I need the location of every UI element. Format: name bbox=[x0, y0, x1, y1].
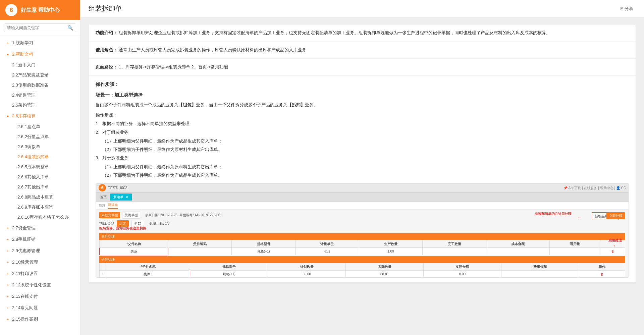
plus-icon-cases: + bbox=[5, 317, 10, 322]
share-button[interactable]: ⎘ 分享 bbox=[618, 4, 636, 13]
sidebar-header: 6 好生意 帮助中心 bbox=[0, 0, 80, 20]
sidebar-item-inventory[interactable]: ● 2.6库存核算 bbox=[0, 110, 80, 122]
steps-block: 操作步骤： 场景一：加工类型选择 当由多个子件材料组装成一个成品的业务为【组装】… bbox=[89, 76, 636, 282]
mock-btn-cancel: 关闭单据 bbox=[122, 212, 140, 219]
path-text: 1、库存核算->库存管理->组装拆卸单 2、首页->常用功能 bbox=[119, 64, 228, 69]
annotation-arrow-3: ↑ bbox=[613, 242, 615, 249]
plus-icon-custom: + bbox=[5, 283, 10, 287]
scenario1-desc: 当由多个子件材料组装成一个成品的业务为【组装】业务，当由一个父件拆分成多个子产品… bbox=[96, 101, 629, 109]
sidebar-item-other-in[interactable]: 2.6.6其他入库单 bbox=[0, 172, 80, 182]
role-block: 使用角色： 通常由生产人员或库管人员完成拆装业务的操作，库管人员确认原材料的出库… bbox=[89, 42, 636, 59]
sidebar-item-data-prep[interactable]: 2.3使用前数据准备 bbox=[0, 80, 80, 90]
sidebar-item-stock-query[interactable]: 2.6.9库存账本查询 bbox=[0, 202, 80, 212]
sidebar-item-purchase[interactable]: 2.5采购管理 bbox=[0, 100, 80, 110]
sidebar-item-goods-cost[interactable]: 2.6.8商品成本重算 bbox=[0, 192, 80, 202]
step2-sub2: （2）下部明细为子件明细，最终作为原材料生成其它出库单。 bbox=[102, 146, 629, 153]
path-label: 页面路径： bbox=[96, 64, 117, 69]
steps-title: 操作步骤： bbox=[96, 80, 629, 89]
minus-icon-inv: ● bbox=[5, 114, 10, 118]
intro-block: 功能介绍： 组装拆卸单用来处理企业组装或拆卸等加工业务，支持有固定装配清单的产品… bbox=[89, 24, 636, 42]
mock-nav-home: 自营 bbox=[99, 203, 105, 208]
sidebar-item-coupon[interactable]: + 2.9优惠券管理 bbox=[0, 245, 80, 257]
annotation-arrow-2: ↑ bbox=[119, 223, 121, 229]
search-wrap[interactable]: 🔍 bbox=[4, 23, 76, 32]
mock-tab-home: 首页 bbox=[98, 193, 109, 201]
sidebar-item-custom[interactable]: + 2.12系统个性化设置 bbox=[0, 279, 80, 291]
logo-icon: 6 bbox=[5, 4, 17, 16]
role-text: 通常由生产人员或库管人员完成拆装业务的操作，库管人员确认原材料的出库和产成品的入… bbox=[119, 47, 306, 52]
step3-sub1: （1）上部明细为父件明细，最终作为原材料生成其它出库单； bbox=[102, 163, 629, 171]
sidebar-item-stock-count[interactable]: 2.6.1盘点单 bbox=[0, 122, 80, 132]
screenshot-container: 6 TEST-H002 📌 App下载 | 在线服务 | 帮助中心 | 👤 CC… bbox=[96, 183, 629, 278]
sidebar-item-install[interactable]: 2.2产品安装及登录 bbox=[0, 70, 80, 80]
nav-section: + 1.视频学习 ● 2.帮助文档 2.1新手入门 2.2产品安装及登录 2.3… bbox=[0, 36, 80, 335]
role-label: 使用角色： bbox=[96, 47, 117, 52]
sidebar-item-stock-error[interactable]: 2.6.10库存账本错了怎么办 bbox=[0, 212, 80, 222]
sidebar-item-ops[interactable]: + 2.10经营管理 bbox=[0, 257, 80, 268]
step3-sub2: （2）下部明细为子件明细，最终作为产成品生成其它入库单。 bbox=[102, 172, 629, 179]
sidebar-item-sales[interactable]: 2.4销售管理 bbox=[0, 90, 80, 100]
sidebar: 6 好生意 帮助中心 🔍 + 1.视频学习 ● 2.帮助文档 2.1新手入门 2… bbox=[0, 0, 80, 335]
sidebar-item-mobile[interactable]: + 2.8手机旺铺 bbox=[0, 234, 80, 245]
mock-logo: 6 bbox=[99, 184, 106, 191]
step2-sub1: （1）上部明细为父件明细，最终作为产成品生成其它入库单； bbox=[102, 137, 629, 145]
sidebar-item-cost-adjust[interactable]: 2.6.5成本调整单 bbox=[0, 162, 80, 172]
main-header: 组装拆卸单 ⎘ 分享 bbox=[80, 0, 644, 17]
sidebar-item-assembly[interactable]: 2.6.4组装拆卸单 bbox=[0, 152, 80, 162]
mock-nav-new: 新建单 bbox=[108, 202, 118, 209]
intro-text: 组装拆卸单用来处理企业组装或拆卸等加工业务，支持有固定装配清单的产品加工业务，也… bbox=[119, 30, 550, 35]
share-icon: ⎘ bbox=[621, 6, 623, 11]
main-content: 功能介绍： 组装拆卸单用来处理企业组装或拆卸等加工业务，支持有固定装配清单的产品… bbox=[80, 17, 644, 335]
mock-top-icons: 📌 App下载 | 在线服务 | 帮助中心 | 👤 CC bbox=[564, 185, 626, 191]
plus-icon-ops: + bbox=[5, 260, 10, 265]
sidebar-item-fund[interactable]: + 2.7资金管理 bbox=[0, 222, 80, 234]
plus-icon-coupon: + bbox=[5, 248, 10, 253]
sidebar-item-stock-count2[interactable]: 2.6.2分量盘点单 bbox=[0, 132, 80, 142]
page-title: 组装拆卸单 bbox=[89, 4, 122, 13]
app-title: 好生意 帮助中心 bbox=[21, 7, 60, 14]
mock-table-header-orange: 父件明细 bbox=[99, 233, 625, 240]
intro-label: 功能介绍： bbox=[96, 30, 117, 35]
annotation-text-3: 启用处理 bbox=[608, 237, 622, 243]
mock-tab-new: 新建单 ✕ bbox=[110, 193, 132, 201]
step1: 1、根据不同的业务，选择不同单据的类型来处理 bbox=[96, 120, 629, 127]
mock-top-id: TEST-H002 bbox=[108, 185, 127, 191]
mock-sub-header: 子件明细 bbox=[99, 256, 625, 263]
plus-icon-mobile: + bbox=[5, 237, 10, 242]
sidebar-item-adjust[interactable]: 2.6.3调拨单 bbox=[0, 142, 80, 152]
main-area: 组装拆卸单 ⎘ 分享 功能介绍： 组装拆卸单用来处理企业组装或拆卸等加工业务，支… bbox=[80, 0, 644, 335]
step2: 2、对于组装业务 bbox=[96, 129, 629, 136]
search-box: 🔍 bbox=[0, 20, 80, 36]
plus-icon-faq: + bbox=[5, 305, 10, 310]
annotation-text-2: 组装业务、拆卸业务在这里切换 bbox=[99, 225, 146, 231]
sidebar-item-print[interactable]: + 2.11打印设置 bbox=[0, 268, 80, 279]
minus-icon: ● bbox=[5, 52, 10, 57]
plus-icon: + bbox=[5, 41, 10, 45]
share-label: 分享 bbox=[625, 6, 633, 12]
path-block: 页面路径： 1、库存核算->库存管理->组装拆卸单 2、首页->常用功能 bbox=[89, 59, 636, 76]
sidebar-item-other-out[interactable]: 2.6.7其他出库单 bbox=[0, 182, 80, 192]
mock-confirm-btn: 立即处理 bbox=[606, 212, 625, 219]
mock-screenshot: 6 TEST-H002 📌 App下载 | 在线服务 | 帮助中心 | 👤 CC… bbox=[96, 183, 629, 277]
search-input[interactable] bbox=[7, 25, 67, 30]
sidebar-item-video[interactable]: + 1.视频学习 bbox=[0, 37, 80, 49]
steps-intro: 操作步骤： bbox=[96, 111, 629, 119]
plus-icon-pay: + bbox=[5, 294, 10, 299]
plus-icon-print: + bbox=[5, 271, 10, 276]
mock-orderno: 单据编号: AD-20191226-001 bbox=[179, 212, 222, 218]
mock-date: 录单日期: 2019-12-26 bbox=[145, 212, 177, 218]
sidebar-item-faq[interactable]: + 2.14常见问题 bbox=[0, 302, 80, 314]
search-icon[interactable]: 🔍 bbox=[67, 25, 73, 31]
mock-qty-label: 数量小数: 1/6 bbox=[150, 221, 169, 226]
sidebar-item-pay[interactable]: + 2.13在线支付 bbox=[0, 291, 80, 302]
plus-icon-fund: + bbox=[5, 226, 10, 230]
scenario1-title: 场景一：加工类型选择 bbox=[96, 91, 629, 99]
annotation-text-1: 有装配清单的在这里处理 bbox=[535, 211, 572, 217]
sidebar-item-cases[interactable]: + 2.15操作案例 bbox=[0, 314, 80, 325]
sidebar-item-help-docs[interactable]: ● 2.帮助文档 bbox=[0, 49, 80, 60]
step3: 3、对于拆装业务 bbox=[96, 154, 629, 162]
sidebar-item-new-user[interactable]: 2.1新手入门 bbox=[0, 60, 80, 70]
mock-btn-save: 未提交单据 bbox=[99, 212, 120, 218]
content-card: 功能介绍： 组装拆卸单用来处理企业组装或拆卸等加工业务，支持有固定装配清单的产品… bbox=[89, 24, 636, 283]
